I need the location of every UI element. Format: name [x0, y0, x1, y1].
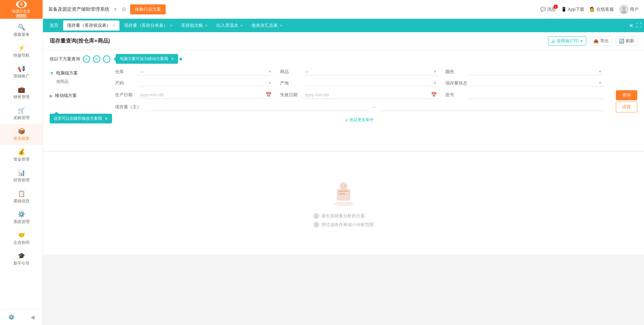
- svg-point-11: [344, 185, 345, 186]
- prod-date-calendar-icon[interactable]: 📅: [266, 92, 271, 97]
- filter-arrow-btn[interactable]: ←: [103, 55, 110, 63]
- search-btn[interactable]: 查询: [616, 90, 637, 100]
- filter-item-size: 尺码 ▼: [115, 80, 273, 87]
- sidebar-item-purchase[interactable]: 🛒 采购管理: [0, 103, 43, 124]
- tab-inout-flow-close[interactable]: ✕: [240, 24, 243, 28]
- sidebar-item-sales[interactable]: 💼 销售管理: [0, 83, 43, 103]
- tab-stock-dist-close[interactable]: ✕: [170, 24, 172, 28]
- filter-item-stock-status: 现存量状态 ▼: [445, 80, 604, 87]
- stock-status-select[interactable]: ▼: [470, 80, 604, 87]
- svg-point-4: [621, 10, 627, 14]
- filter-fields: 仓库 ··· ▼ 商品 ··· ▼: [115, 68, 637, 125]
- logo-icon: 6: [16, 1, 27, 8]
- page-title: 现存量查询(按仓库+商品): [50, 38, 110, 45]
- sidebar-item-quicknav[interactable]: ⚡ 快捷导航: [0, 41, 43, 62]
- sidebar-item-basicinfo[interactable]: 📋 基础信息: [0, 186, 43, 207]
- tab-summary[interactable]: 收发存汇总表 ✕: [248, 20, 286, 31]
- topbar-left: 装备及固定资产辅助管理系统 ▼ ⚙ 体验行业方案: [48, 4, 166, 14]
- sidebar-item-collab[interactable]: 🤝 企业协同: [0, 228, 43, 249]
- goods-chevron-icon: ▼: [433, 70, 437, 73]
- origin-select[interactable]: ▼: [303, 80, 438, 87]
- prod-date-input[interactable]: yyyy-mm-dd 📅: [138, 91, 273, 99]
- filter-edit-btn[interactable]: ✎: [93, 55, 100, 63]
- sidebar-item-inventory[interactable]: 📦 库存核算: [0, 124, 43, 145]
- tab-inout-flow[interactable]: 出入库流水 ✕: [212, 20, 247, 31]
- content-area: 现存量查询(按仓库+商品) 🖨 按模板打印 ▼ 📤 导出 🔄 刷新: [43, 32, 644, 325]
- warehouse-select[interactable]: ··· ▼: [138, 68, 273, 76]
- batch-input[interactable]: [468, 91, 604, 99]
- scheme-tooltip-text: 这里可以创建和修改方案哦: [54, 116, 102, 121]
- stock-status-chevron-icon: ▼: [598, 81, 602, 85]
- sidebar: 6 畅通好生意 标准版 🔍 搜索菜单 ⚡ 快捷导航 📢 营销推广 💼 销售管理 …: [0, 0, 43, 325]
- filter-header: 按以下方案查询 + ✎ ← 电脑方案可设为移动方案哦 ✕: [50, 54, 637, 64]
- scheme-tooltip-close[interactable]: ✕: [105, 116, 108, 121]
- filter-add-btn[interactable]: +: [83, 55, 90, 63]
- svg-rect-7: [338, 191, 348, 192]
- stock-main-min-input[interactable]: [145, 103, 369, 111]
- prod-date-placeholder: yyyy-mm-dd: [140, 92, 164, 97]
- tab-fullscreen-btn[interactable]: ⛶: [636, 22, 641, 29]
- purchase-icon: 🛒: [18, 107, 25, 114]
- svg-point-5: [333, 202, 354, 206]
- color-label: 颜色: [445, 69, 466, 75]
- tab-stock-dist[interactable]: 现存量（库存分布表） ✕: [120, 20, 176, 31]
- sidebar-collapse-btn[interactable]: ◀: [29, 313, 36, 322]
- msg-btn[interactable]: 💬 6 消息: [540, 6, 556, 12]
- add-tooltip-close[interactable]: ✕: [171, 57, 174, 61]
- empty-state-illustration: [328, 179, 359, 209]
- sidebar-bottom: ⚙️ ◀: [0, 309, 43, 325]
- exp-date-calendar-icon[interactable]: 📅: [431, 92, 437, 97]
- online-service-btn[interactable]: 💁 在线客服: [590, 6, 614, 12]
- sidebar-item-operations[interactable]: 📊 经营管理: [0, 166, 43, 186]
- system-dropdown-btn[interactable]: ▼: [113, 7, 117, 12]
- app-download-btn[interactable]: 📱 App下载: [561, 6, 584, 12]
- user-area[interactable]: 用户: [619, 5, 639, 14]
- sidebar-item-search[interactable]: 🔍 搜索菜单: [0, 20, 43, 41]
- filter-item-origin: 产地 ▼: [280, 80, 438, 87]
- tab-home[interactable]: 首页: [46, 20, 62, 31]
- export-btn[interactable]: 📤 导出: [590, 36, 612, 46]
- system-icon: ⚙️: [18, 211, 25, 218]
- print-btn[interactable]: 🖨 按模板打印 ▼: [548, 36, 586, 46]
- refresh-btn[interactable]: 🔄 刷新: [616, 36, 637, 46]
- collapse-conditions-btn[interactable]: ∧ 收起更多条件: [115, 115, 604, 125]
- stock-status-label: 现存量状态: [445, 80, 467, 86]
- topbar-settings-icon[interactable]: ⚙: [121, 6, 126, 12]
- tab-batch-ledger[interactable]: 库存批次账 ✕: [177, 20, 212, 31]
- filter-item-color: 颜色 ▼: [445, 68, 604, 75]
- tab-stock-status-close[interactable]: ✕: [113, 24, 115, 28]
- collapse-up-icon: ∧: [345, 118, 348, 122]
- sidebar-item-marketing[interactable]: 📢 营销推广: [0, 62, 43, 83]
- scheme-group-mobile: ▶ 移动端方案: [50, 91, 108, 100]
- filter-item-batch: 批号: [445, 91, 604, 99]
- scheme-item-label-0: 按照品: [56, 79, 68, 84]
- sidebar-settings-btn[interactable]: ⚙️: [7, 313, 16, 322]
- exp-date-input[interactable]: yyyy-mm-dd 📅: [303, 91, 438, 99]
- marketing-icon: 📢: [18, 65, 25, 72]
- filter-header-label: 按以下方案查询: [50, 56, 80, 62]
- goods-select[interactable]: ··· ▼: [303, 68, 438, 76]
- size-select[interactable]: ▼: [138, 80, 273, 87]
- brand-tag: 标准版: [16, 14, 27, 18]
- tab-batch-ledger-close[interactable]: ✕: [205, 24, 208, 28]
- app-download-label: App下载: [568, 6, 584, 12]
- sidebar-item-finance[interactable]: 💰 资金管理: [0, 145, 43, 166]
- tab-close-all-btn[interactable]: ✕: [629, 22, 633, 29]
- basicinfo-icon: 📋: [18, 190, 25, 197]
- topbar: 装备及固定资产辅助管理系统 ▼ ⚙ 体验行业方案 💬 6 消息 📱 App下载 …: [43, 0, 644, 19]
- color-select[interactable]: ▼: [468, 68, 604, 75]
- tab-stock-status[interactable]: 现存量（库存状况表） ✕: [63, 20, 119, 31]
- scheme-group-mobile-header[interactable]: ▶ 移动端方案: [50, 91, 108, 100]
- trial-btn[interactable]: 体验行业方案: [130, 4, 166, 14]
- sidebar-item-system[interactable]: ⚙️ 系统管理: [0, 207, 43, 228]
- tab-summary-close[interactable]: ✕: [280, 24, 282, 28]
- reset-btn[interactable]: 设置: [616, 102, 637, 112]
- scheme-item-0[interactable]: 按照品: [50, 77, 108, 86]
- tabbar: 首页 现存量（库存状况表） ✕ 现存量（库存分布表） ✕ 库存批次账 ✕ 出入库…: [43, 19, 644, 32]
- size-label: 尺码: [115, 80, 135, 86]
- user-avatar: [619, 5, 629, 14]
- scheme-group-desktop-header[interactable]: ▼ 电脑端方案: [50, 69, 108, 77]
- stock-main-max-input[interactable]: [379, 103, 604, 111]
- tab-summary-label: 收发存汇总表: [252, 22, 278, 29]
- sidebar-item-guide[interactable]: 🎓 新手引导: [0, 249, 43, 270]
